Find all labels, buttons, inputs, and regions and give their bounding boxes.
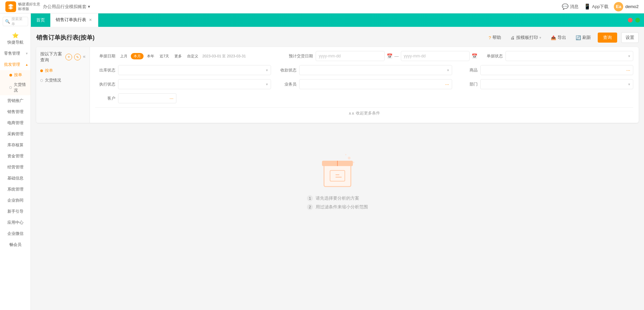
filter-field-order-status: 单据状态 ▾	[483, 51, 633, 61]
order-status-select[interactable]: ▾	[505, 51, 633, 61]
window-maximize-button[interactable]: ⤢	[635, 18, 640, 22]
quick-date-this-year[interactable]: 本年	[145, 53, 156, 59]
date-start-icon[interactable]: 📅	[387, 53, 392, 59]
customer-input[interactable]: ···	[118, 93, 176, 103]
quick-date-buttons: 上月 本月 本年 近7天 更多 自定义	[118, 53, 200, 59]
sidebar-sub-item-欠货情况[interactable]: 欠货情况	[5, 80, 31, 95]
filter-field-department: 部门 ▾	[458, 79, 633, 89]
quick-date-last-month[interactable]: 上月	[118, 53, 129, 59]
date-sep: —	[394, 54, 399, 59]
sidebar-item-ecommerce[interactable]: 电商管理	[0, 117, 31, 128]
department-label: 部门	[458, 82, 478, 87]
sidebar-item-finance[interactable]: 资金管理	[0, 151, 31, 162]
refresh-button[interactable]: 🔄 刷新	[573, 33, 594, 42]
operations-label: 经营管理	[7, 164, 23, 170]
sidebar-collapse-button[interactable]: «	[83, 54, 86, 60]
step-1-num: 1	[307, 195, 313, 201]
filter-field-salesperson: 业务员 ···	[276, 79, 452, 89]
message-button[interactable]: 💬 消息	[562, 3, 579, 10]
edit-scheme-button[interactable]: ✎	[74, 54, 81, 60]
expected-date-start[interactable]: yyyy-mm-dd	[316, 51, 384, 61]
sidebar-item-purchase[interactable]: 采购管理	[0, 128, 31, 140]
customer-dots[interactable]: ···	[170, 96, 174, 101]
tab-sales-order[interactable]: 销售订单执行表 ✕	[50, 13, 98, 27]
quick-nav-label: 快捷导航	[7, 40, 23, 45]
search-placeholder: 搜索菜单	[11, 16, 26, 27]
department-select[interactable]: ▾	[480, 79, 633, 89]
filter-panel: 按以下方案查询 + ✎ « 按单	[36, 47, 639, 123]
search-input-box[interactable]: 🔍 搜索菜单	[3, 17, 28, 26]
filter-field-customer: 客户 ···	[95, 93, 176, 103]
expected-date-label: 预计交货日期	[289, 53, 313, 59]
salesperson-input[interactable]: ···	[299, 79, 452, 89]
filter-scheme-按单[interactable]: 按单	[36, 66, 90, 75]
customer-label: 客户	[95, 96, 115, 101]
sidebar-item-member[interactable]: 畅会员	[0, 239, 31, 250]
export-button[interactable]: 📤 导出	[548, 33, 569, 42]
payment-status-select[interactable]: ▾	[299, 65, 452, 75]
dropdown-icon[interactable]: ▾	[88, 4, 90, 9]
sidebar-item-sales[interactable]: 销售管理	[0, 106, 31, 117]
quick-date-custom[interactable]: 自定义	[185, 53, 200, 59]
sidebar-item-marketing[interactable]: 营销推广	[0, 95, 31, 106]
print-button[interactable]: 🖨 按模板打印 ▾	[508, 33, 544, 42]
filter-row-3: 执行状态 ▾ 业务员 ···	[95, 79, 633, 89]
sidebar-item-operations[interactable]: 经营管理	[0, 162, 31, 173]
filter-field-expected-date: 预计交货日期 yyyy-mm-dd 📅 — yyyy-mm-dd	[289, 51, 477, 61]
logo-icon	[5, 1, 16, 12]
collapse-more-button[interactable]: ∧∧ 收起更多条件	[348, 110, 380, 116]
salesperson-label: 业务员	[276, 82, 297, 87]
basic-label: 基础信息	[7, 175, 23, 181]
settings-button[interactable]: 设置	[621, 32, 639, 43]
product-input[interactable]: ···	[480, 65, 633, 75]
payment-status-label: 收款状态	[276, 67, 297, 73]
sidebar-item-system[interactable]: 系统管理	[0, 184, 31, 195]
product-label: 商品	[458, 67, 478, 73]
step-2-num: 2	[307, 204, 313, 210]
sidebar: 🔍 搜索菜单 ⭐ 快捷导航 零售管理 ▾ 批发管理 ▴ 按单	[0, 13, 31, 310]
sidebar-item-wechat[interactable]: 企业微信	[0, 228, 31, 239]
filter-field-order-date: 单据日期 上月 本月 本年 近7天 更多 自定义	[95, 53, 283, 59]
help-button[interactable]: ? 帮助	[486, 33, 504, 42]
filter-field-exec-status: 执行状态 ▾	[95, 79, 271, 89]
sidebar-item-basic[interactable]: 基础信息	[0, 173, 31, 184]
expected-date-end[interactable]: yyyy-mm-dd	[401, 51, 470, 61]
app-download-button[interactable]: 📱 App下载	[584, 3, 608, 10]
user-profile[interactable]: Ea demo2	[614, 2, 639, 11]
sidebar-sub-item-按单[interactable]: 按单	[5, 70, 31, 80]
member-label: 畅会员	[9, 242, 21, 248]
sidebar-search-area[interactable]: 🔍 搜索菜单	[0, 13, 31, 30]
filter-sidebar-icons: + ✎ «	[65, 54, 86, 60]
sidebar-item-appstore[interactable]: 应用中心	[0, 217, 31, 228]
filter-row-4: 客户 ···	[95, 93, 633, 103]
empty-illustration	[317, 150, 358, 190]
filter-field-payment-status: 收款状态 ▾	[276, 65, 452, 75]
add-scheme-button[interactable]: +	[65, 54, 72, 60]
sidebar-item-enterprise[interactable]: 企业协同	[0, 195, 31, 206]
filter-sidebar-header: 按以下方案查询 + ✎ «	[36, 51, 90, 66]
quick-date-7days[interactable]: 近7天	[158, 53, 171, 59]
sidebar-item-retail[interactable]: 零售管理 ▾	[0, 48, 31, 59]
exec-status-select[interactable]: ▾	[118, 79, 271, 89]
product-dots[interactable]: ···	[626, 67, 630, 73]
salesperson-dots[interactable]: ···	[445, 82, 449, 87]
sidebar-item-quick-nav[interactable]: ⭐ 快捷导航	[0, 30, 31, 48]
sidebar-item-inventory[interactable]: 库存核算	[0, 140, 31, 151]
user-name: demo2	[625, 4, 639, 9]
sidebar-item-wholesale[interactable]: 批发管理 ▴	[0, 59, 31, 70]
tab-home[interactable]: 首页	[31, 13, 50, 27]
window-controls: ✕ ⤢	[624, 18, 644, 22]
empty-step-1: 1 请先选择要分析的方案	[307, 195, 368, 201]
tab-close-button[interactable]: ✕	[88, 17, 93, 23]
window-close-button[interactable]: ✕	[628, 18, 633, 22]
warehouse-status-select[interactable]: ▾	[118, 65, 271, 75]
date-end-icon[interactable]: 📅	[472, 53, 477, 59]
quick-date-more[interactable]: 更多	[172, 53, 184, 59]
collapse-row: ∧∧ 收起更多条件	[95, 107, 633, 119]
enterprise-label: 企业协同	[7, 198, 23, 203]
sidebar-item-newuser[interactable]: 新手引导	[0, 206, 31, 217]
query-button[interactable]: 查询	[598, 33, 617, 43]
order-status-label: 单据状态	[483, 53, 503, 59]
quick-date-this-month[interactable]: 本月	[131, 53, 144, 59]
filter-scheme-欠货情况[interactable]: 欠货情况	[36, 75, 90, 85]
